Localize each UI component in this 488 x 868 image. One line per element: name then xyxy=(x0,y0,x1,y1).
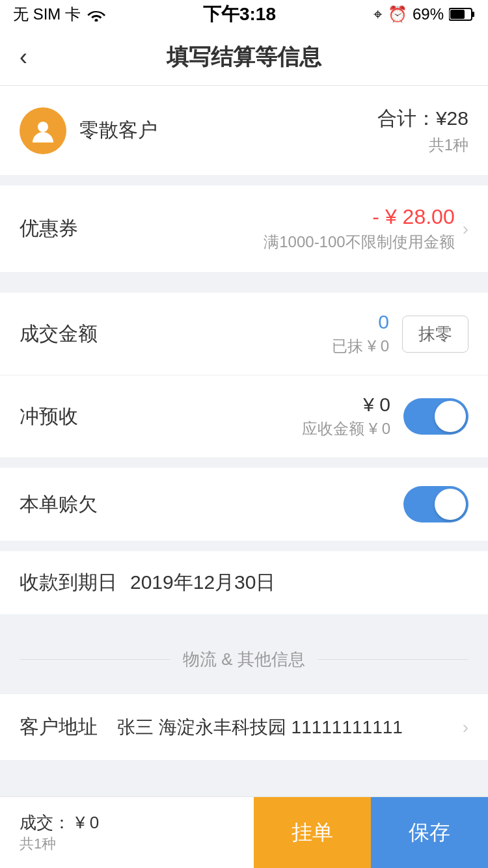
bottom-info: 成交： ¥ 0 共1种 xyxy=(0,797,254,868)
credit-toggle-knob xyxy=(435,489,466,520)
customer-total: 合计：¥28 xyxy=(377,105,468,132)
main-content: 零散客户 合计：¥28 共1种 优惠券 - ¥ 28.00 满1000-100不… xyxy=(0,86,488,868)
round-zero-button[interactable]: 抹零 xyxy=(402,316,468,353)
logistics-line-right xyxy=(318,659,468,660)
address-chevron: › xyxy=(463,717,468,738)
person-icon xyxy=(30,118,56,144)
coupon-text-col: - ¥ 28.00 满1000-100不限制使用金额 xyxy=(264,205,454,252)
customer-avatar xyxy=(20,107,66,154)
location-icon: ⌖ xyxy=(373,5,383,23)
status-left: 无 SIM 卡 xyxy=(13,4,105,25)
battery-text: 69% xyxy=(413,5,444,23)
prepayment-row: 冲预收 ¥ 0 应收金额 ¥ 0 xyxy=(0,375,488,457)
hang-label: 挂单 xyxy=(291,819,333,847)
back-button[interactable]: ‹ xyxy=(20,44,27,71)
coupon-discount: - ¥ 28.00 xyxy=(372,205,454,229)
deal-amount-value: 0 xyxy=(378,311,389,333)
prepayment-toggle[interactable] xyxy=(403,398,468,435)
status-right: ⌖ ⏰ 69% xyxy=(373,5,475,23)
save-label: 保存 xyxy=(409,819,450,847)
status-bar: 无 SIM 卡 下午3:18 ⌖ ⏰ 69% xyxy=(0,0,488,29)
customer-name: 零散客户 xyxy=(79,117,157,144)
prepayment-col: ¥ 0 应收金额 ¥ 0 xyxy=(302,394,390,439)
page-title: 填写结算等信息 xyxy=(167,42,321,72)
bottom-deal-amount: ¥ 0 xyxy=(75,813,99,833)
svg-point-3 xyxy=(38,122,48,132)
deal-amount-label: 成交金额 xyxy=(20,321,98,347)
logistics-line-left xyxy=(20,659,170,660)
credit-toggle[interactable] xyxy=(403,486,468,522)
toggle-knob xyxy=(435,401,466,432)
no-sim-text: 无 SIM 卡 xyxy=(13,4,81,25)
alarm-icon: ⏰ xyxy=(388,5,407,23)
duedate-value: 2019年12月30日 xyxy=(130,569,275,596)
nav-bar: ‹ 填写结算等信息 xyxy=(0,29,488,86)
prepayment-amount: ¥ 0 xyxy=(363,394,390,416)
duedate-label: 收款到期日 xyxy=(20,569,117,596)
address-section[interactable]: 客户地址 张三 海淀永丰科技园 11111111111 › xyxy=(0,694,488,760)
separator-1 xyxy=(0,282,488,293)
logistics-divider: 物流 & 其他信息 xyxy=(0,635,488,684)
coupon-label: 优惠券 xyxy=(20,215,78,242)
logistics-text: 物流 & 其他信息 xyxy=(183,648,305,671)
svg-rect-2 xyxy=(450,10,465,19)
deal-amount-col: 0 已抹 ¥ 0 xyxy=(332,311,389,357)
credit-section: 本单赊欠 xyxy=(0,468,488,541)
bottom-count: 共1种 xyxy=(20,834,234,854)
svg-rect-1 xyxy=(472,12,474,17)
address-label: 客户地址 xyxy=(20,714,98,740)
prepayment-sub: 应收金额 ¥ 0 xyxy=(302,418,390,439)
save-button[interactable]: 保存 xyxy=(371,797,488,868)
prepayment-label: 冲预收 xyxy=(20,403,78,430)
customer-total-wrap: 合计：¥28 共1种 xyxy=(377,105,468,156)
coupon-section[interactable]: 优惠券 - ¥ 28.00 满1000-100不限制使用金额 › xyxy=(0,185,488,272)
wifi-icon xyxy=(87,7,105,21)
deal-amount-sub: 已抹 ¥ 0 xyxy=(332,336,389,357)
coupon-desc: 满1000-100不限制使用金额 xyxy=(264,232,454,252)
separator-2 xyxy=(0,457,488,468)
bottom-deal-row: 成交： ¥ 0 xyxy=(20,811,234,834)
customer-section: 零散客户 合计：¥28 共1种 xyxy=(0,86,488,175)
customer-count: 共1种 xyxy=(377,135,468,156)
hang-button[interactable]: 挂单 xyxy=(254,797,371,868)
bottom-deal-label: 成交： xyxy=(20,811,70,834)
deal-amount-row: 成交金额 0 已抹 ¥ 0 抹零 xyxy=(0,293,488,375)
separator-4 xyxy=(0,684,488,694)
bottom-bar: 成交： ¥ 0 共1种 挂单 保存 xyxy=(0,796,488,868)
deal-amount-section: 成交金额 0 已抹 ¥ 0 抹零 冲预收 ¥ 0 应收金额 ¥ 0 xyxy=(0,293,488,457)
duedate-section: 收款到期日 2019年12月30日 xyxy=(0,551,488,614)
coupon-chevron: › xyxy=(463,219,468,239)
prepayment-right: ¥ 0 应收金额 ¥ 0 xyxy=(302,394,468,439)
customer-left: 零散客户 xyxy=(20,107,157,154)
separator-3 xyxy=(0,625,488,635)
address-value: 张三 海淀永丰科技园 11111111111 xyxy=(117,715,463,740)
battery-icon xyxy=(449,7,475,21)
coupon-right: - ¥ 28.00 满1000-100不限制使用金额 › xyxy=(264,205,468,252)
deal-amount-right: 0 已抹 ¥ 0 抹零 xyxy=(332,311,468,357)
credit-label: 本单赊欠 xyxy=(20,491,98,518)
status-time: 下午3:18 xyxy=(203,2,276,27)
